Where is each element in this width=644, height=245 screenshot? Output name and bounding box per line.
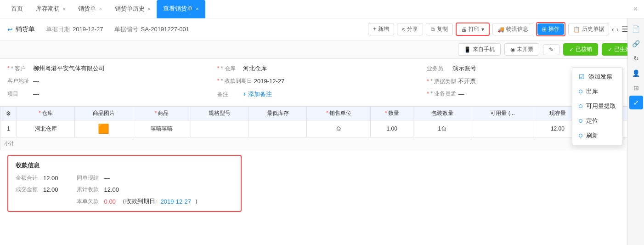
available-qty-label: 可用量提取 — [586, 102, 616, 110]
dropdown-locate[interactable]: 定位 — [572, 114, 622, 128]
check-icon: ✓ — [569, 46, 574, 53]
print-icon: 🖨 — [461, 26, 467, 33]
right-grid-icon[interactable]: ⊞ — [629, 81, 643, 95]
due-date-field: * 收款到期日 2019-12-27 — [217, 77, 427, 85]
logistics-button[interactable]: 🚚 物流信息 — [492, 23, 533, 35]
due-date-label: * 收款到期日 — [217, 77, 252, 85]
add-remark-btn[interactable]: + 添加备注 — [243, 90, 427, 98]
prev-button[interactable]: ‹ — [612, 26, 614, 33]
cell-image: 🟧 — [75, 120, 133, 137]
operate-icon: ⊞ — [542, 26, 547, 33]
cumulative-value: 12.00 — [104, 186, 119, 193]
doc-title-text: 销货单 — [16, 25, 35, 34]
right-user-icon[interactable]: 👤 — [629, 66, 643, 80]
share-button[interactable]: ⎋ 分享 — [397, 23, 423, 35]
dropdown-available-qty[interactable]: 可用量提取 — [572, 99, 622, 114]
refresh-label: 刷新 — [586, 131, 598, 140]
locate-dot — [579, 119, 582, 123]
col-product-image: 商品图片 — [75, 107, 133, 120]
doc-title: ↩ 销货单 — [7, 25, 35, 34]
sales-label: * 业务员孟 — [427, 90, 456, 98]
cell-sales-unit: 台 — [307, 120, 371, 137]
ticket-icon: ◉ — [510, 46, 515, 53]
effect-icon: ✓ — [608, 46, 612, 53]
tab-close-inventory[interactable]: × — [62, 6, 65, 11]
right-expand-icon[interactable]: ⤢ — [629, 96, 643, 109]
tab-close-view-sales[interactable]: × — [196, 6, 198, 11]
secondary-toolbar: 📱 来自手机 ◉ 未开票 ✎ ✓ 已核销 ✓ 已生效 — [0, 40, 644, 59]
cell-no: 1 — [0, 120, 17, 137]
cell-pack-qty: 1台 — [413, 120, 471, 137]
tab-inventory-init[interactable]: 库存期初 × — [29, 0, 72, 18]
doc-meta: 单据日期 2019-12-27 单据编号 SA-20191227-001 — [46, 25, 189, 34]
subtotal-label: 小计 — [0, 137, 644, 150]
warehouse-field: * 仓库 河北仓库 — [217, 64, 427, 73]
edit-icon-btn[interactable]: ✎ — [543, 44, 559, 55]
project-field: 项目 — — [7, 90, 217, 98]
copy-button[interactable]: ⧉ 复制 — [426, 23, 453, 35]
payment-overdue-row: 本单欠款 0.00 （收款到期日: 2019-12-27 ） — [77, 197, 201, 205]
tab-close-sales[interactable]: × — [99, 6, 102, 11]
from-phone-button[interactable]: 📱 来自手机 — [458, 43, 501, 56]
tab-home[interactable]: 首页 — [5, 0, 29, 18]
no-label: 单据编号 — [114, 25, 138, 34]
address-value: — — [33, 78, 217, 85]
remark-field: 备注 + 添加备注 — [217, 90, 427, 98]
available-qty-dot — [579, 104, 582, 108]
cell-product: 嘻嘻嘻嘻 — [133, 120, 191, 137]
share-icon: ⎋ — [402, 26, 405, 33]
cell-available — [471, 120, 534, 137]
form-row-1: * 客户 柳州粤港平安气体有限公司 * 仓库 河北仓库 业务员 演示账号 — [7, 64, 637, 73]
window-close-button[interactable]: × — [633, 5, 638, 13]
overdue-label: 本单欠款 — [77, 198, 101, 205]
col-available: 可用量 (... — [471, 107, 534, 120]
total-label: 金额合计 — [16, 174, 40, 182]
cell-quantity: 1.00 — [371, 120, 413, 137]
new-button[interactable]: + 新增 — [368, 23, 394, 35]
history-button[interactable]: 📋 历史单据 — [568, 23, 609, 35]
payment-rows: 金额合计 12.00 成交金额 12.00 同单现结 — 累计收款 12.00 — [16, 174, 233, 205]
product-table-wrap: ⚙ *仓库 商品图片 *商品 规格型号 最低库存 *销售单位 *数量 包装数量 … — [0, 106, 644, 150]
right-panel: 📄 🔗 ↻ 👤 ⊞ ⤢ — [627, 18, 644, 245]
project-value: — — [33, 91, 217, 97]
operate-button[interactable]: ⊞ 操作 — [537, 23, 564, 35]
not-open-button[interactable]: ◉ 未开票 — [504, 43, 539, 56]
doc-header: ↩ 销货单 单据日期 2019-12-27 单据编号 SA-20191227-0… — [0, 18, 644, 40]
print-dropdown-icon: ▾ — [481, 26, 484, 33]
tab-sales-order[interactable]: 销货单 × — [72, 0, 108, 18]
col-settings[interactable]: ⚙ — [0, 107, 17, 120]
date-value: 2019-12-27 — [73, 26, 103, 33]
doc-date-field: 单据日期 2019-12-27 — [46, 25, 103, 34]
dropdown-out-stock[interactable]: 出库 — [572, 84, 622, 99]
no-value: SA-20191227-001 — [141, 26, 190, 33]
cell-min-stock — [249, 120, 307, 137]
tab-close-history[interactable]: × — [147, 6, 150, 11]
print-button[interactable]: 🖨 打印 ▾ — [456, 23, 490, 36]
sales-order-icon: ↩ — [7, 26, 13, 33]
same-settle-label: 同单现结 — [77, 174, 101, 182]
doc-no-field: 单据编号 SA-20191227-001 — [114, 25, 190, 34]
tab-view-sales[interactable]: 查看销货单 × — [157, 0, 205, 18]
employee-label: 业务员 — [427, 65, 451, 73]
address-label: 客户地址 — [7, 77, 31, 85]
table-header-row: ⚙ *仓库 商品图片 *商品 规格型号 最低库存 *销售单位 *数量 包装数量 … — [0, 107, 644, 120]
right-link-icon[interactable]: 🔗 — [629, 37, 643, 51]
right-doc-icon[interactable]: 📄 — [629, 22, 643, 36]
operate-dropdown: ☑ 添加发票 出库 可用量提取 定位 刷新 — [572, 67, 623, 145]
overdue-end: ） — [195, 197, 201, 205]
remark-label: 备注 — [217, 91, 241, 98]
checked-button[interactable]: ✓ 已核销 — [563, 43, 598, 56]
payment-transaction-row: 成交金额 12.00 — [16, 186, 58, 194]
right-refresh-icon[interactable]: ↻ — [629, 51, 643, 65]
next-button[interactable]: › — [616, 26, 619, 33]
product-table: ⚙ *仓库 商品图片 *商品 规格型号 最低库存 *销售单位 *数量 包装数量 … — [0, 106, 644, 150]
same-settle-value: — — [104, 175, 110, 182]
out-stock-dot — [579, 90, 582, 93]
tab-sales-history[interactable]: 销货单历史 × — [108, 0, 157, 18]
dropdown-refresh[interactable]: 刷新 — [572, 128, 622, 143]
list-view-button[interactable]: ☰ — [621, 25, 628, 34]
dropdown-add-invoice[interactable]: ☑ 添加发票 — [572, 69, 622, 84]
ticket-label: * 票据类型 — [427, 78, 456, 85]
form-area: * 客户 柳州粤港平安气体有限公司 * 仓库 河北仓库 业务员 演示账号 客户地… — [0, 59, 644, 106]
col-sales-unit: *销售单位 — [307, 107, 371, 120]
